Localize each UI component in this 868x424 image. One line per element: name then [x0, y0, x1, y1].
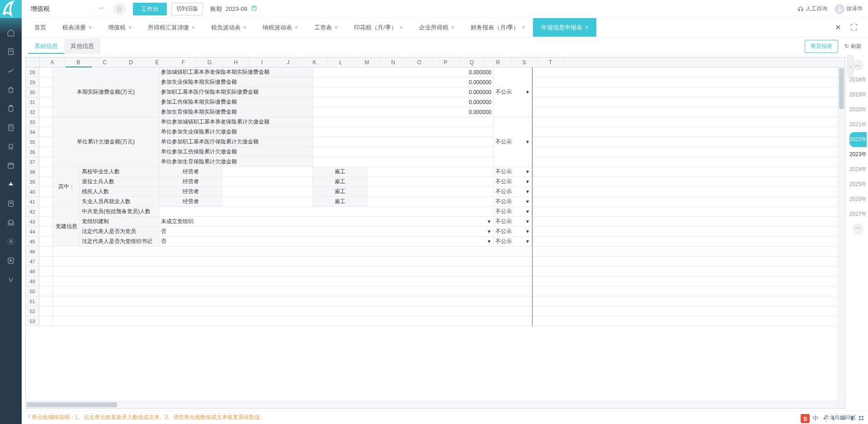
cell[interactable] — [222, 167, 313, 177]
nav-settings-icon[interactable] — [5, 236, 16, 247]
horizontal-scrollbar[interactable] — [26, 401, 838, 408]
col-M[interactable]: M — [354, 57, 380, 67]
cell[interactable] — [39, 286, 53, 296]
cell[interactable]: 不公示▼ — [494, 167, 532, 177]
cell[interactable]: 不公示▼ — [494, 187, 532, 197]
cell[interactable] — [39, 276, 53, 286]
refresh-button[interactable]: ↻ 刷新 — [844, 43, 862, 50]
app-logo[interactable] — [0, 0, 22, 18]
cell[interactable] — [367, 197, 494, 207]
row-32[interactable]: 32 — [26, 107, 39, 117]
ime-zh-icon[interactable]: 中 — [812, 414, 819, 423]
col-J[interactable]: J — [275, 57, 302, 67]
row-42[interactable]: 42 — [26, 207, 39, 216]
cell[interactable]: 不公示▼ — [494, 177, 532, 187]
close-all-icon[interactable]: ✕ — [832, 22, 844, 33]
cell[interactable]: 不公示▼ — [494, 197, 532, 207]
dropdown-icon[interactable]: ▼ — [487, 219, 491, 224]
vscroll-thumb[interactable] — [839, 68, 844, 109]
reset-button[interactable]: 重置报表 — [805, 40, 838, 53]
cell[interactable]: 否▼ — [159, 227, 494, 237]
year-2027年[interactable]: 2027年 — [849, 207, 867, 222]
cell[interactable]: 雇工 — [313, 187, 367, 197]
year-2020年[interactable]: 2020年 — [849, 102, 867, 117]
cell[interactable]: 党建信息 — [53, 207, 80, 247]
col-F[interactable]: F — [170, 57, 197, 67]
row-43[interactable]: 43 — [26, 217, 39, 226]
ime-shirt-icon[interactable] — [849, 415, 855, 423]
cell[interactable] — [39, 167, 53, 177]
cell[interactable] — [39, 207, 53, 217]
row-48[interactable]: 48 — [26, 267, 39, 276]
cell[interactable]: 其中： — [53, 167, 80, 207]
cell[interactable]: 法定代表人是否为党员 — [80, 227, 159, 237]
year-2024年[interactable]: 2024年 — [849, 162, 867, 177]
nav-play-icon[interactable] — [5, 255, 16, 266]
cell[interactable]: 不公示▼ — [494, 207, 532, 217]
cell[interactable]: 经营者 — [159, 187, 222, 197]
cell[interactable] — [39, 87, 53, 97]
cell[interactable] — [39, 77, 53, 87]
user-menu[interactable]: 徐泽华 — [835, 4, 863, 14]
tab-close-icon[interactable]: × — [585, 24, 588, 31]
cell[interactable] — [222, 187, 313, 197]
dropdown-icon[interactable]: ▼ — [487, 229, 491, 234]
col-S[interactable]: S — [511, 57, 538, 67]
tab-close-icon[interactable]: × — [451, 24, 454, 31]
cell[interactable] — [313, 147, 494, 157]
row-40[interactable]: 40 — [26, 187, 39, 196]
tab-1[interactable]: 税表清册× — [54, 18, 100, 37]
year-2021年[interactable]: 2021年 — [849, 117, 867, 132]
cell[interactable] — [39, 227, 53, 237]
cell[interactable] — [367, 177, 494, 187]
row-49[interactable]: 49 — [26, 276, 39, 286]
cell[interactable] — [313, 137, 494, 147]
tab-9[interactable]: 财务报表（月/季）× — [462, 18, 533, 37]
cell[interactable]: 单位参加工伤保险累计欠缴金额 — [159, 147, 313, 157]
nav-active-icon[interactable] — [5, 179, 16, 190]
tab-close-icon[interactable]: × — [335, 24, 338, 31]
dropdown-icon[interactable]: ▼ — [525, 139, 530, 144]
cell[interactable]: 参加生育保险本期实际缴费金额 — [159, 107, 313, 117]
cell[interactable] — [367, 187, 494, 197]
cell[interactable]: 不公示▼ — [494, 227, 532, 237]
row-41[interactable]: 41 — [26, 197, 39, 206]
year-2022年[interactable]: 2022年 — [849, 132, 867, 147]
tab-10[interactable]: 年报信息申报表× — [533, 18, 596, 37]
cell[interactable] — [39, 157, 53, 167]
tab-close-icon[interactable]: × — [243, 24, 246, 31]
row-35[interactable]: 35 — [26, 137, 39, 147]
col-P[interactable]: P — [433, 57, 459, 67]
cell[interactable] — [39, 137, 53, 147]
cell[interactable]: 参加城镇职工基本养老保险本期实际缴费金额 — [159, 67, 313, 77]
cell[interactable]: 党组织建制 — [80, 217, 159, 227]
expand-icon[interactable]: ⛶ — [848, 22, 860, 33]
cell[interactable]: 本期实际缴费金额(万元) — [53, 67, 159, 117]
select-all-cell[interactable] — [26, 57, 39, 67]
cell[interactable] — [39, 127, 53, 137]
tab-6[interactable]: 工资表× — [306, 18, 346, 37]
row-44[interactable]: 44 — [26, 227, 39, 236]
cell[interactable]: 参加失业保险本期实际缴费金额 — [159, 77, 313, 87]
cell[interactable]: 0.000000 — [313, 87, 494, 97]
dropdown-icon[interactable]: ▼ — [525, 169, 530, 174]
nav-doc-icon[interactable] — [5, 46, 16, 57]
subtab-basic[interactable]: 基础信息 — [28, 38, 64, 54]
nav-clipboard-icon[interactable] — [5, 103, 16, 114]
cell[interactable] — [39, 187, 53, 197]
year-2025年[interactable]: 2025年 — [849, 177, 867, 192]
col-N[interactable]: N — [380, 57, 406, 67]
row-34[interactable]: 34 — [26, 127, 39, 137]
cell[interactable] — [39, 97, 53, 107]
row-38[interactable]: 38 — [26, 167, 39, 176]
col-B[interactable]: B — [66, 57, 92, 67]
cell[interactable]: 退役士兵人数 — [80, 177, 159, 187]
tab-close-icon[interactable]: × — [192, 24, 195, 31]
subtab-other[interactable]: 其他信息 — [64, 38, 100, 54]
nav-export-icon[interactable] — [5, 198, 16, 209]
cell[interactable] — [159, 207, 494, 217]
cell[interactable]: 0.000000 — [313, 77, 494, 87]
dropdown-icon[interactable]: ▼ — [487, 239, 491, 244]
ime-s-icon[interactable]: S — [801, 414, 810, 423]
vertical-scrollbar[interactable] — [838, 67, 845, 401]
